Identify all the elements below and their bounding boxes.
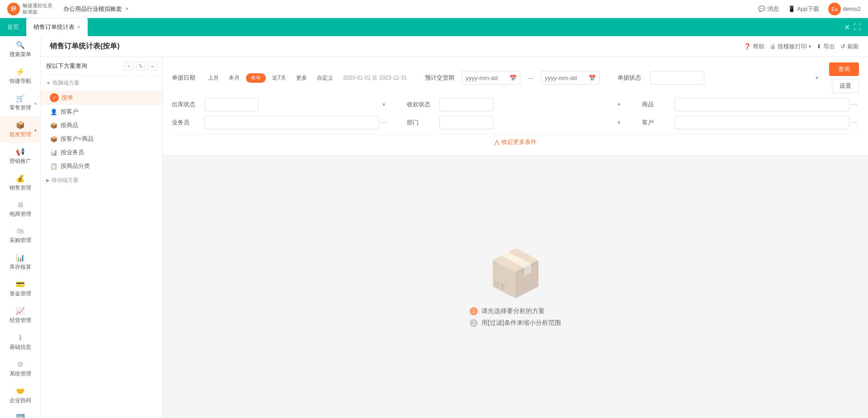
- operation-icon: 📈: [2, 307, 38, 315]
- customer-input[interactable]: [675, 116, 849, 129]
- ship-status-select[interactable]: [204, 98, 259, 111]
- fullscreen-btn[interactable]: ⛶: [854, 23, 861, 31]
- empty-hint-1: 1 请先选择要分析的方案: [470, 307, 561, 315]
- collapse-btn[interactable]: ⋀ 收起更多条件: [495, 138, 537, 146]
- system-title-dropdown[interactable]: ▾: [126, 6, 128, 12]
- order-status-label: 单据状态: [618, 74, 643, 82]
- content-area: 销售订单统计表(按单) ❓ 帮助 🖨 按模板打印 ▾ ⬇ 导出 ↺ 刷新: [41, 36, 868, 418]
- help-btn[interactable]: ❓ 帮助: [744, 43, 764, 51]
- expected-date-label: 预计交货期: [425, 74, 454, 82]
- page-actions: ❓ 帮助 🖨 按模板打印 ▾ ⬇ 导出 ↺ 刷新: [744, 43, 859, 56]
- retail-icon: 🛒: [2, 94, 38, 103]
- shortcuts-icon: ⚡: [2, 67, 38, 76]
- goods-ellipsis-btn[interactable]: ···: [849, 100, 859, 109]
- sidebar-item-operation[interactable]: 📈 经营管理: [0, 302, 40, 329]
- add-scheme-btn[interactable]: +: [124, 62, 133, 71]
- scheme-by-salesperson[interactable]: 📊 按业务员: [41, 146, 162, 159]
- logo-icon: 好: [7, 3, 20, 15]
- goods-input[interactable]: [675, 98, 849, 111]
- purchase-icon: 🛍: [2, 227, 38, 235]
- avatar: Ea: [828, 3, 841, 15]
- refresh-btn[interactable]: ↺ 刷新: [840, 43, 859, 51]
- user-avatar-btn[interactable]: Ea demo2: [828, 3, 861, 15]
- sidebar-item-guide[interactable]: 🆕 新手引导: [0, 409, 40, 418]
- collapse-row: ⋀ 收起更多条件: [172, 134, 859, 150]
- export-btn[interactable]: ⬇ 导出: [816, 43, 835, 51]
- sidebar-item-purchase[interactable]: 🛍 采购管理: [0, 223, 40, 249]
- print-dropdown-arrow[interactable]: ▾: [809, 44, 811, 49]
- filter-row-3: 业务员 ··· 部门 客户: [172, 116, 859, 129]
- collapse-panel-btn[interactable]: «: [148, 62, 157, 71]
- filter-area: 单据日期 上月 本月 本年 近7天 更多 自定义 2023-01-01 至 20…: [163, 57, 868, 156]
- prev-month-btn[interactable]: 上月: [204, 73, 222, 83]
- sales-icon: 💰: [2, 174, 38, 183]
- ship-status-label: 出库状态: [172, 100, 197, 109]
- scheme-by-category[interactable]: 📋 按商品分类: [41, 159, 162, 173]
- nav-tabs: 首页 销售订单统计表 × ✕ ⛶: [0, 18, 868, 36]
- app-download-btn[interactable]: 📱 App下载: [788, 5, 819, 13]
- sidebar-item-basic[interactable]: ℹ 基础信息: [0, 329, 40, 356]
- message-btn[interactable]: 💬 消息: [758, 5, 779, 13]
- empty-illustration: 📦: [487, 247, 544, 300]
- sidebar-item-search[interactable]: 🔍 搜索菜单: [0, 36, 40, 63]
- sidebar-item-ecommerce[interactable]: 🖥 电商管理: [0, 196, 40, 223]
- sidebar-item-inventory[interactable]: 📊 库存核算: [0, 249, 40, 276]
- scheme-by-order[interactable]: ✓ 按单: [41, 90, 162, 105]
- dept-select[interactable]: [439, 116, 494, 129]
- main-sidebar: 🔍 搜索菜单 ⚡ 快捷导航 🛒 零售管理 ▲ 📦 批发管理 ▲ 📢 营销推广 💰…: [0, 36, 41, 418]
- scheme-customer-icon: 👤: [50, 108, 58, 116]
- sidebar-item-retail[interactable]: 🛒 零售管理 ▲: [0, 90, 40, 116]
- this-month-btn[interactable]: 本月: [225, 73, 243, 83]
- calendar-start-icon: 📅: [509, 75, 517, 81]
- sidebar-item-sales[interactable]: 💰 销售管理: [0, 170, 40, 196]
- search-menu-icon: 🔍: [2, 41, 38, 49]
- desktop-schemes-group: ▼ 电脑端方案: [41, 76, 162, 90]
- left-panel-title: 按以下方案查询: [46, 62, 87, 70]
- wholesale-arrow-icon: ▲: [33, 128, 38, 132]
- main-layout: 🔍 搜索菜单 ⚡ 快捷导航 🛒 零售管理 ▲ 📦 批发管理 ▲ 📢 营销推广 💰…: [0, 36, 868, 418]
- order-status-select[interactable]: [650, 71, 704, 85]
- sidebar-item-shortcuts[interactable]: ⚡ 快捷导航: [0, 63, 40, 90]
- receipt-status-select[interactable]: [439, 98, 494, 111]
- salesperson-ellipsis-btn[interactable]: ···: [379, 119, 389, 127]
- sidebar-item-enterprise[interactable]: 🤝 企业协同: [0, 382, 40, 409]
- receipt-status-select-wrap: [439, 98, 624, 111]
- ship-status-select-wrap: [204, 98, 389, 111]
- tab-close-btn[interactable]: ×: [77, 24, 80, 30]
- scheme-by-goods[interactable]: 📦 按商品: [41, 119, 162, 132]
- goods-input-wrap: ···: [675, 98, 859, 111]
- dept-label: 部门: [407, 119, 432, 127]
- tab-home[interactable]: 首页: [0, 18, 26, 36]
- tab-sales-order-stats[interactable]: 销售订单统计表 ×: [26, 18, 88, 36]
- app-icon: 📱: [788, 5, 795, 12]
- salesperson-input[interactable]: [204, 116, 379, 129]
- mobile-schemes-group[interactable]: ▶ 移动端方案: [41, 173, 162, 188]
- sidebar-item-finance[interactable]: 💳 资金管理: [0, 276, 40, 302]
- more-dates-btn[interactable]: 更多: [292, 73, 311, 83]
- scheme-by-customer[interactable]: 👤 按客户: [41, 105, 162, 119]
- this-year-btn[interactable]: 本年: [246, 73, 266, 83]
- date-filter-group: 上月 本月 本年 近7天 更多 自定义 2023-01-01 至 2023-12…: [204, 73, 407, 83]
- page-title: 销售订单统计表(按单): [50, 42, 120, 57]
- customer-ellipsis-btn[interactable]: ···: [849, 119, 859, 127]
- 7days-btn[interactable]: 近7天: [269, 73, 290, 83]
- edit-scheme-btn[interactable]: ✎: [136, 62, 145, 71]
- edit-icon: ✎: [138, 63, 143, 70]
- sidebar-item-marketing[interactable]: 📢 营销推广: [0, 143, 40, 170]
- scheme-cust-goods-icon: 📦: [50, 135, 58, 143]
- date-label: 单据日期: [172, 74, 197, 82]
- settings-btn[interactable]: 设置: [832, 79, 859, 93]
- inventory-icon: 📊: [2, 253, 38, 262]
- empty-hint-2: 2 用[过滤]条件来缩小分析范围: [470, 319, 561, 327]
- dept-select-wrap: [439, 116, 624, 129]
- top-bar-right: 💬 消息 📱 App下载 Ea demo2: [758, 3, 861, 15]
- print-btn[interactable]: 🖨 按模板打印 ▾: [770, 43, 811, 51]
- add-icon: +: [127, 63, 131, 70]
- print-icon: 🖨: [770, 43, 776, 50]
- sidebar-item-wholesale[interactable]: 📦 批发管理 ▲: [0, 116, 40, 143]
- search-btn[interactable]: 查询: [829, 62, 859, 76]
- sidebar-item-system[interactable]: ⚙ 系统管理: [0, 356, 40, 382]
- close-window-btn[interactable]: ✕: [844, 23, 850, 32]
- scheme-by-customer-goods[interactable]: 📦 按客户+商品: [41, 132, 162, 146]
- custom-date-btn[interactable]: 自定义: [313, 73, 337, 83]
